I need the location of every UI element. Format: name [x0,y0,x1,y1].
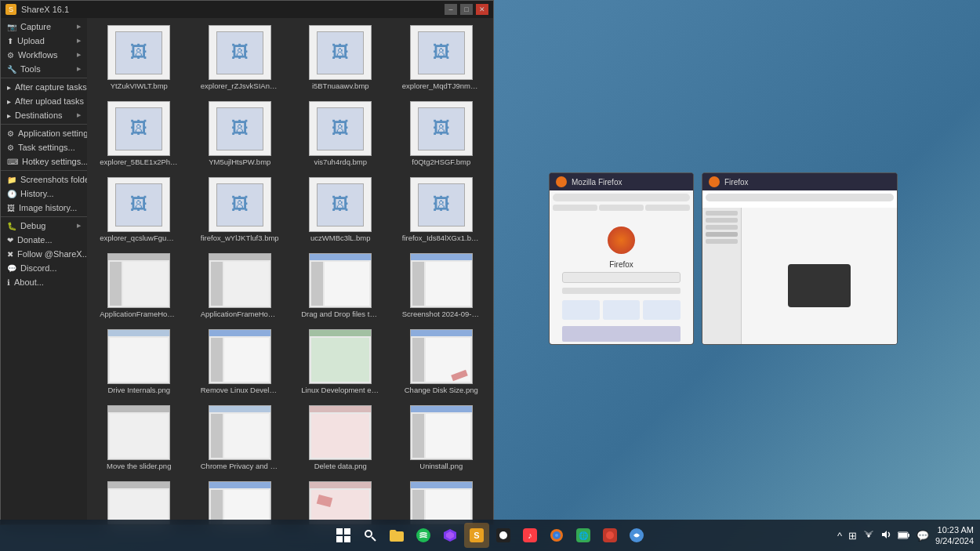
app3-button[interactable] [597,523,622,548]
sharex-taskbar-icon: S [470,528,484,542]
after-capture-icon: ▸ [7,83,11,92]
file-thumbnail [309,481,372,524]
file-item[interactable]: 🖼 uczWMBc3lL.bmp [292,173,390,246]
file-item[interactable]: 🖼 i5BTnuaawv.bmp [292,21,390,94]
sidebar-item-capture[interactable]: 📷 Capture [1,20,87,34]
file-item[interactable]: Drive Internals.png [90,325,188,398]
upload-icon: ⬆ [7,37,13,45]
minimize-button[interactable]: – [445,4,457,15]
firefox-window-1[interactable]: Mozilla Firefox Firefox [549,172,694,345]
file-item[interactable]: Change Disk Size.png [393,325,491,398]
app2-button[interactable]: 🌐 [571,523,596,548]
tray-chevron[interactable]: ^ [836,528,844,543]
itunes-button[interactable]: ♪ [517,523,543,548]
svg-rect-1 [344,528,350,535]
clock[interactable]: 10:23 AM 9/24/2024 [935,524,974,547]
sidebar-item-debug[interactable]: 🐛 Debug [1,219,87,233]
window-body: 📷 Capture ⬆ Upload ⚙ Workflows 🔧 Tools [1,18,493,524]
file-thumbnail: 🖼 [309,25,372,80]
sidebar-item-label: Screenshots folder... [20,175,87,184]
tray-volume-icon[interactable] [879,528,893,543]
file-item[interactable]: 🖼 explorer_5BLE1x2Phq.bmp [90,97,188,170]
file-name: Drive Internals.png [107,386,170,394]
file-item[interactable]: 🖼 explorer_MqdTJ9nmCe.bmp [393,21,491,94]
desktop: S ShareX 16.1 – □ ✕ 📷 Capture ⬆ Upload [0,0,980,551]
file-item[interactable]: 🖼 firefox_Ids84lXGx1.bmp [393,173,491,246]
app4-button[interactable] [624,523,649,548]
firefox-taskbar-button[interactable] [544,523,569,548]
file-thumbnail [410,481,473,524]
file-item[interactable]: 🖼 firefox_wYlJKTluf3.bmp [191,173,289,246]
file-name: firefox_wYlJKTluf3.bmp [201,234,279,242]
file-item[interactable] [90,477,188,524]
file-item[interactable]: Linux Development enviro... [292,325,390,398]
file-item[interactable]: 🖼 YM5ujlHtsPW.bmp [191,97,289,170]
file-item[interactable]: ApplicationFrameHost_Gc... [90,249,188,322]
sidebar-item-discord[interactable]: 💬 Discord... [1,261,87,275]
app2-icon: 🌐 [576,528,590,542]
obsidian-button[interactable] [437,523,463,548]
file-item[interactable]: Screenshot 2024-09-21 12... [393,249,491,322]
file-item[interactable] [191,477,289,524]
sidebar-item-task-settings[interactable]: ⚙ Task settings... [1,140,87,154]
sidebar-item-label: Task settings... [18,143,75,152]
file-item[interactable]: 🖼 YtZukVIWLT.bmp [90,21,188,94]
file-thumbnail: 🖼 [410,101,473,156]
tray-battery-icon[interactable] [896,528,912,543]
file-item[interactable]: Remove Linux Developme... [191,325,289,398]
sidebar-item-hotkey-settings[interactable]: ⌨ Hotkey settings... [1,154,87,169]
sharex-app-icon: S [5,4,16,15]
firefox-window-2[interactable]: Firefox [702,172,898,345]
search-button[interactable] [358,523,383,548]
sidebar-item-tools[interactable]: 🔧 Tools [1,62,87,76]
sidebar-item-history[interactable]: 🕐 History... [1,187,87,201]
file-item[interactable]: ApplicationFrameHost_Kd... [191,249,289,322]
window-controls: – □ ✕ [445,4,488,15]
sidebar-item-screenshots-folder[interactable]: 📁 Screenshots folder... [1,172,87,187]
sidebar-item-app-settings[interactable]: ⚙ Application settings... [1,126,87,140]
sidebar-item-follow[interactable]: ✖ Follow @ShareX... [1,247,87,261]
maximize-button[interactable]: □ [460,4,473,15]
file-thumbnail [309,253,372,308]
address-bar-2 [706,194,894,201]
file-item[interactable]: Drag and Drop files to Goo... [292,249,390,322]
sidebar-item-image-history[interactable]: 🖼 Image history... [1,201,87,215]
file-item[interactable]: Move the slider.png [90,401,188,474]
start-button[interactable] [331,523,356,548]
sidebar-item-label: Image history... [19,203,77,212]
file-item[interactable]: 🖼 vis7uh4rdq.bmp [292,97,390,170]
file-item[interactable]: 🖼 explorer_qcsluwFguR.bmp [90,173,188,246]
sidebar-item-about[interactable]: ℹ About... [1,275,87,289]
sharex-taskbar-button[interactable]: S [464,523,489,548]
app1-button[interactable] [491,523,516,548]
system-tray: ^ ⊞ [836,528,931,543]
file-item[interactable]: 🖼 f0Qtg2HSGF.bmp [393,97,491,170]
tray-keyboard-icon[interactable]: ⊞ [847,528,858,543]
file-explorer-button[interactable] [384,523,409,548]
file-name: Move the slider.png [107,462,171,470]
spotify-button[interactable] [411,523,436,548]
sidebar-item-label: Upload [17,36,45,45]
file-item[interactable] [393,477,491,524]
close-button[interactable]: ✕ [476,4,488,15]
sidebar-item-label: Workflows [18,50,58,60]
file-name: uczWMBc3lL.bmp [310,234,371,242]
file-item[interactable]: Chrome Privacy and Securi... [191,401,289,474]
tray-notifications-icon[interactable]: 💬 [915,528,931,543]
sidebar-item-workflows[interactable]: ⚙ Workflows [1,48,87,62]
file-thumbnail [107,405,170,460]
tray-network-icon[interactable] [862,528,876,543]
sidebar-item-after-upload[interactable]: ▸ After upload tasks [1,94,87,108]
file-item[interactable]: 🖼 explorer_rZJsvkSIAn.bmp [191,21,289,94]
sidebar-item-destinations[interactable]: ▸ Destinations [1,108,87,122]
workflows-icon: ⚙ [7,51,14,60]
file-thumbnail [107,329,170,384]
sidebar-item-after-capture[interactable]: ▸ After capture tasks [1,80,87,94]
sidebar-item-donate[interactable]: ❤ Donate... [1,233,87,247]
file-item[interactable] [292,477,390,524]
svg-rect-3 [344,536,350,542]
firefox-shortcuts [562,300,680,320]
file-item[interactable]: Delete data.png [292,401,390,474]
file-item[interactable]: Uninstall.png [393,401,491,474]
sidebar-item-upload[interactable]: ⬆ Upload [1,34,87,48]
